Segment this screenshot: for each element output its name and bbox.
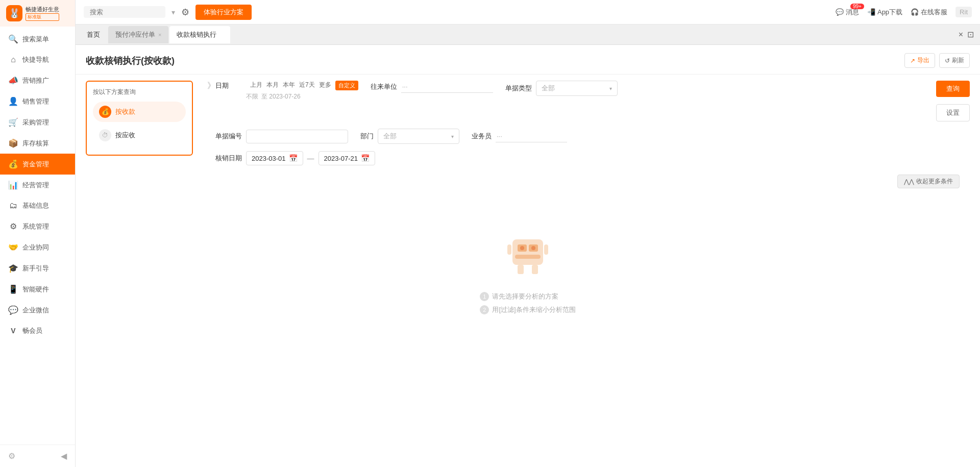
tab-prepay-close[interactable]: ×: [158, 32, 161, 38]
counterparty-input[interactable]: ···: [401, 81, 493, 93]
topbar: ▾ ⚙ 体验行业方案 💬 消息 99+ 📲 App下载 🎧 在线客服 Rit: [76, 0, 980, 24]
writeoff-start-value: 2023-03-01: [252, 155, 286, 162]
tab-writeoff-close[interactable]: ×: [219, 32, 223, 38]
sidebar-item-hardware[interactable]: 📱 智能硬件: [0, 279, 75, 300]
query-actions: 查询 设置: [936, 81, 970, 121]
topbar-gear-icon[interactable]: ⚙: [181, 7, 189, 18]
collapse-more-button[interactable]: ⋀⋀ 收起更多条件: [897, 175, 960, 188]
sidebar-item-search[interactable]: 🔍 搜索菜单: [0, 29, 75, 50]
tab-home[interactable]: 首页: [80, 26, 107, 43]
date-more[interactable]: 更多: [319, 81, 331, 90]
collapse-sidebar-icon[interactable]: ◀: [61, 451, 67, 461]
sidebar-item-purchase[interactable]: 🛒 采购管理: [0, 112, 75, 133]
logo-icon: 🐰: [6, 5, 22, 21]
guide-icon: 🎓: [8, 263, 18, 273]
sidebar-item-system[interactable]: ⚙ 系统管理: [0, 216, 75, 237]
app-icon: 📲: [867, 8, 875, 16]
sidebar-item-operations[interactable]: 📊 经营管理: [0, 175, 75, 195]
svg-rect-3: [515, 255, 541, 259]
dept-select[interactable]: 全部 ▾: [378, 129, 459, 144]
counterparty-dots: ···: [402, 83, 408, 90]
collab-icon: 🤝: [8, 242, 18, 252]
settings-button[interactable]: 设置: [936, 104, 970, 121]
empty-robot-illustration: [497, 229, 558, 282]
date-no-limit: 不限: [246, 92, 258, 101]
sidebar-item-guide[interactable]: 🎓 新手引导: [0, 258, 75, 279]
svg-rect-0: [512, 239, 543, 265]
user-account[interactable]: Rit: [955, 7, 972, 17]
date-last-month[interactable]: 上月: [250, 81, 262, 90]
sidebar-nav: 🔍 搜索菜单 ⌂ 快捷导航 📣 营销推广 👤 销售管理 🛒 采购管理 📦 库存核…: [0, 27, 75, 445]
service-icon: 🎧: [911, 8, 919, 16]
home-icon: ⌂: [8, 55, 18, 64]
app-download-button[interactable]: 📲 App下载: [867, 8, 902, 17]
tip-row-2: 2 用[过滤]条件来缩小分析范围: [480, 303, 575, 316]
date-this-year[interactable]: 本年: [283, 81, 295, 90]
date-label: 日期: [215, 81, 246, 90]
tabbar: 首页 预付冲应付单 × 收款核销执行 × × ⊡: [76, 24, 980, 45]
sidebar-item-wechat[interactable]: 💬 企业微信: [0, 300, 75, 321]
finance-icon: 💰: [8, 159, 18, 169]
online-service-button[interactable]: 🎧 在线客服: [911, 8, 947, 17]
date-custom-badge[interactable]: 自定义: [335, 81, 358, 90]
sidebar: 🐰 畅捷通好生意 标准版 🔍 搜索菜单 ⌂ 快捷导航 📣 营销推广 👤 销售管理…: [0, 0, 76, 467]
tab-prepay[interactable]: 预付冲应付单 ×: [108, 26, 168, 43]
export-button[interactable]: ↗ 导出: [904, 53, 935, 68]
inventory-icon: 📦: [8, 138, 18, 148]
topbar-dropdown-arrow[interactable]: ▾: [172, 8, 175, 16]
filter-option-by-receipt[interactable]: 💰 按收款: [93, 102, 186, 122]
sidebar-item-marketing[interactable]: 📣 营销推广: [0, 70, 75, 91]
refresh-button[interactable]: ↺ 刷新: [939, 53, 970, 68]
svg-rect-5: [544, 244, 548, 255]
sidebar-item-finance[interactable]: 💰 资金管理: [0, 154, 75, 175]
solution-button[interactable]: 体验行业方案: [195, 5, 252, 20]
robot-svg: [497, 229, 558, 280]
sidebar-item-inventory[interactable]: 📦 库存核算: [0, 133, 75, 154]
hardware-icon: 📱: [8, 284, 18, 294]
marketing-icon: 📣: [8, 76, 18, 85]
receipt-icon: 💰: [99, 106, 111, 118]
tab-writeoff[interactable]: 收款核销执行 ×: [169, 26, 230, 43]
empty-tips: 1 请先选择要分析的方案 2 用[过滤]条件来缩小分析范围: [480, 290, 575, 316]
sidebar-item-collab[interactable]: 🤝 企业协同: [0, 237, 75, 258]
filter-collapse-icon[interactable]: 》: [207, 81, 215, 91]
main-area: ▾ ⚙ 体验行业方案 💬 消息 99+ 📲 App下载 🎧 在线客服 Rit 首…: [76, 0, 980, 467]
counterparty-label: 往来单位: [371, 82, 397, 91]
date-this-month[interactable]: 本月: [266, 81, 279, 90]
settings-bottom-icon[interactable]: ⚙: [8, 451, 15, 461]
dept-placeholder: 全部: [383, 132, 397, 141]
tab-expand-icon[interactable]: ⊡: [967, 30, 974, 39]
sidebar-item-sales[interactable]: 👤 销售管理: [0, 91, 75, 112]
sales-icon: 👤: [8, 96, 18, 106]
writeoff-end-value: 2023-07-21: [324, 155, 358, 162]
page-header: 收款核销执行(按收款) ↗ 导出 ↺ 刷新: [76, 45, 980, 75]
topbar-search-input[interactable]: [84, 6, 165, 18]
message-button[interactable]: 💬 消息 99+: [836, 8, 859, 17]
writeoff-date-end-picker[interactable]: 2023-07-21 📅: [318, 151, 376, 165]
content-area: 收款核销执行(按收款) ↗ 导出 ↺ 刷新 按以下方案: [76, 45, 980, 467]
sidebar-logo: 🐰 畅捷通好生意 标准版: [0, 0, 75, 27]
logo-text: 畅捷通好生意 标准版: [26, 6, 59, 20]
svg-rect-7: [532, 265, 538, 274]
doc-type-chevron-icon: ▾: [609, 86, 612, 91]
staff-dots: ···: [497, 132, 502, 140]
filter-option-by-receivable[interactable]: ⏱ 按应收: [93, 125, 186, 145]
page: 收款核销执行(按收款) ↗ 导出 ↺ 刷新 按以下方案: [76, 45, 980, 467]
tip-num-2: 2: [480, 305, 489, 314]
doc-type-select[interactable]: 全部 ▾: [536, 81, 618, 96]
sidebar-item-vip[interactable]: V 畅会员: [0, 321, 75, 341]
receivable-icon: ⏱: [99, 129, 111, 141]
page-header-actions: ↗ 导出 ↺ 刷新: [904, 53, 970, 68]
writeoff-date-start-picker[interactable]: 2023-03-01 📅: [246, 151, 303, 165]
query-button[interactable]: 查询: [936, 81, 970, 97]
sidebar-item-quicknav[interactable]: ⌂ 快捷导航: [0, 50, 75, 70]
sidebar-item-base[interactable]: 🗂 基础信息: [0, 195, 75, 216]
sidebar-bottom: ⚙ ◀: [0, 445, 75, 467]
message-icon: 💬: [836, 8, 844, 16]
doc-no-input[interactable]: [246, 130, 348, 143]
filter-panel: 按以下方案查询 💰 按收款 ⏱ 按应收 》: [76, 75, 980, 199]
staff-input[interactable]: ···: [496, 130, 567, 142]
tab-close-all-icon[interactable]: ×: [959, 30, 963, 39]
filter-scheme-title: 按以下方案查询: [93, 88, 186, 96]
date-7days[interactable]: 近7天: [299, 81, 315, 90]
